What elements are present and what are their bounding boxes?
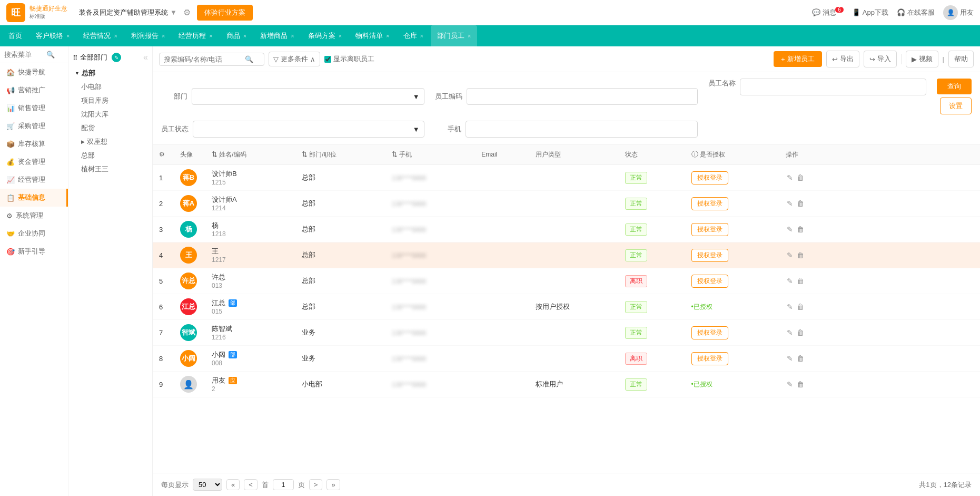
view-button[interactable]: ▶ 视频 <box>906 51 938 67</box>
dept-tree-item-xiangmu[interactable]: 项目库房 <box>73 94 148 108</box>
collapse-icon[interactable]: « <box>143 53 148 62</box>
query-button[interactable]: 查询 <box>937 79 972 94</box>
message-button[interactable]: 💬 消息 6 <box>812 8 844 17</box>
edit-button[interactable]: ✎ <box>786 379 794 390</box>
per-page-select[interactable]: 50 100 <box>193 479 222 491</box>
edit-button[interactable]: ✎ <box>786 172 794 183</box>
emp-name-input[interactable] <box>740 79 926 95</box>
add-employee-button[interactable]: + 新增员工 <box>774 51 822 67</box>
authorize-button[interactable]: 授权登录 <box>691 352 728 365</box>
close-icon[interactable]: × <box>243 33 246 39</box>
sidebar-item-sales[interactable]: 📊 销售管理 <box>0 99 68 117</box>
th-name-code[interactable]: ⇅ 姓名/编码 <box>205 144 295 165</box>
sidebar-item-quick-nav[interactable]: 🏠 快捷导航 <box>0 63 68 81</box>
prev-page-button[interactable]: < <box>244 479 258 490</box>
dept-tree-item-zhishu[interactable]: 植树王三 <box>73 162 148 176</box>
edit-button[interactable]: ✎ <box>786 302 794 312</box>
edit-button[interactable]: ✎ <box>786 353 794 364</box>
dept-tree-item-general[interactable]: ▼ 总部 <box>73 66 148 80</box>
system-title[interactable]: 装备及固定资产辅助管理系统 ▼ <box>79 8 177 17</box>
nav-item-客户联络[interactable]: 客户联络× <box>29 25 76 46</box>
sidebar-item-finance[interactable]: 💰 资金管理 <box>0 153 68 171</box>
export-button[interactable]: ↩ 导出 <box>826 51 859 67</box>
settings-button[interactable]: 设置 <box>940 98 972 114</box>
dept-edit-icon[interactable]: ✎ <box>112 53 121 62</box>
nav-item-经营历程[interactable]: 经营历程× <box>172 25 219 46</box>
delete-button[interactable]: 🗑 <box>796 302 805 312</box>
delete-button[interactable]: 🗑 <box>796 224 805 235</box>
show-resigned-checkbox[interactable] <box>324 56 331 63</box>
nav-item-商品[interactable]: 商品× <box>220 25 253 46</box>
delete-button[interactable]: 🗑 <box>796 379 805 390</box>
nav-item-首页[interactable]: 首页 <box>2 25 28 46</box>
authorize-button[interactable]: 授权登录 <box>691 326 728 339</box>
close-icon[interactable]: × <box>339 33 342 39</box>
emp-code-input[interactable] <box>467 88 698 105</box>
th-settings[interactable]: ⚙ <box>153 144 174 165</box>
more-filter-button[interactable]: ▽ 更多条件 ∧ <box>269 52 320 66</box>
delete-button[interactable]: 🗑 <box>796 198 805 209</box>
close-icon[interactable]: × <box>114 33 117 39</box>
sidebar-item-collab[interactable]: 🤝 企业协同 <box>0 225 68 242</box>
edit-button[interactable]: ✎ <box>786 224 794 235</box>
authorize-button[interactable]: 授权登录 <box>691 249 728 262</box>
online-service-button[interactable]: 🎧 在线客服 <box>897 8 935 17</box>
close-icon[interactable]: × <box>468 33 471 39</box>
dept-tree-item-xiaodibu[interactable]: 小电部 <box>73 80 148 94</box>
import-button[interactable]: ↪ 导入 <box>864 51 897 67</box>
employee-search-input[interactable] <box>164 55 243 63</box>
close-icon[interactable]: × <box>162 33 165 39</box>
th-dept-position[interactable]: ⇅ 部门/职位 <box>295 144 385 165</box>
show-resigned-label[interactable]: 显示离职员工 <box>324 54 374 64</box>
next-page-button[interactable]: > <box>309 479 323 490</box>
sidebar-item-guide[interactable]: 🎯 新手引导 <box>0 242 68 260</box>
search-input[interactable] <box>4 51 46 59</box>
close-icon[interactable]: × <box>291 33 294 39</box>
first-page-button[interactable]: « <box>226 479 240 490</box>
close-icon[interactable]: × <box>386 33 389 39</box>
nav-item-利润报告[interactable]: 利润报告× <box>125 25 171 46</box>
sidebar-item-marketing[interactable]: 📢 营销推广 <box>0 81 68 99</box>
delete-button[interactable]: 🗑 <box>796 172 805 183</box>
nav-item-经营情况[interactable]: 经营情况× <box>77 25 123 46</box>
delete-button[interactable]: 🗑 <box>796 353 805 364</box>
nav-item-条码方案[interactable]: 条码方案× <box>302 25 348 46</box>
close-icon[interactable]: × <box>209 33 212 39</box>
delete-button[interactable]: 🗑 <box>796 276 805 286</box>
th-phone[interactable]: ⇅ 手机 <box>385 144 475 165</box>
authorize-button[interactable]: 授权登录 <box>691 223 728 236</box>
last-page-button[interactable]: » <box>326 479 340 490</box>
dept-select[interactable]: ▼ <box>192 88 424 105</box>
trial-button[interactable]: 体验行业方案 <box>197 5 253 21</box>
dept-tree-item-zongbu[interactable]: 总部 <box>73 149 148 162</box>
close-icon[interactable]: × <box>420 33 423 39</box>
edit-button[interactable]: ✎ <box>786 250 794 260</box>
authorize-button[interactable]: 授权登录 <box>691 275 728 288</box>
help-button[interactable]: 帮助 <box>948 51 974 67</box>
dept-tree-item-shenyang[interactable]: 沈阳大库 <box>73 108 148 121</box>
authorize-button[interactable]: 授权登录 <box>691 197 728 210</box>
close-icon[interactable]: × <box>66 33 70 39</box>
edit-button[interactable]: ✎ <box>786 327 794 338</box>
dept-tree-item-peihuo[interactable]: 配货 <box>73 121 148 135</box>
gear-button[interactable]: ⚙ <box>181 5 193 20</box>
edit-button[interactable]: ✎ <box>786 276 794 286</box>
nav-item-新增商品[interactable]: 新增商品× <box>254 25 300 46</box>
dept-tree-item-shuangzuoxiang[interactable]: ▶ 双座想 <box>73 135 148 149</box>
user-area[interactable]: 👤 用友 <box>943 5 974 20</box>
sidebar-item-operations[interactable]: 📈 经营管理 <box>0 171 68 189</box>
nav-item-物料清单[interactable]: 物料清单× <box>349 25 395 46</box>
app-download-button[interactable]: 📱 App下载 <box>852 8 888 17</box>
sidebar-item-inventory[interactable]: 📦 库存核算 <box>0 135 68 153</box>
sidebar-item-system[interactable]: ⚙ 系统管理 <box>0 207 68 225</box>
delete-button[interactable]: 🗑 <box>796 250 805 260</box>
edit-button[interactable]: ✎ <box>786 198 794 209</box>
nav-item-仓库[interactable]: 仓库× <box>397 25 430 46</box>
nav-item-部门员工[interactable]: 部门员工× <box>431 25 477 46</box>
phone-input[interactable] <box>466 121 698 138</box>
delete-button[interactable]: 🗑 <box>796 327 805 338</box>
emp-status-select[interactable]: ▼ <box>193 121 424 138</box>
sidebar-item-purchase[interactable]: 🛒 采购管理 <box>0 117 68 135</box>
authorize-button[interactable]: 授权登录 <box>691 171 728 184</box>
sidebar-item-basic-info[interactable]: 📋 基础信息 <box>0 189 68 207</box>
